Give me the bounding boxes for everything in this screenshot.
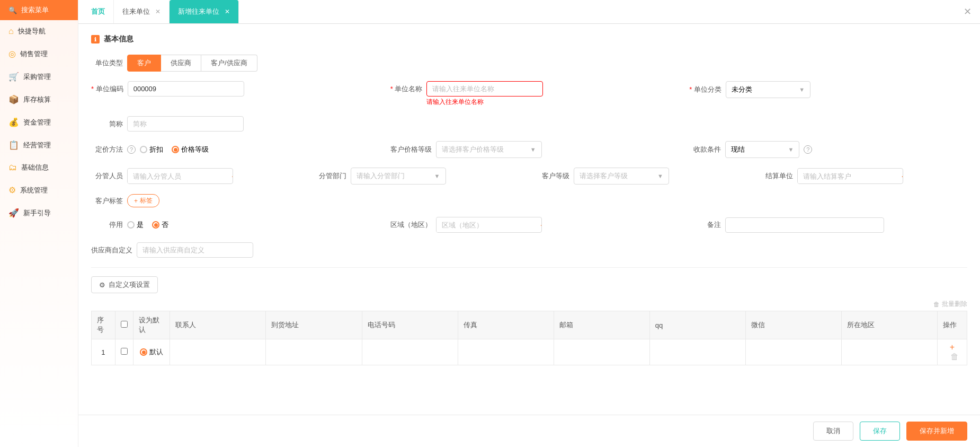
unit-name-input[interactable]: [426, 81, 543, 97]
disabled-label: 停用: [91, 220, 123, 230]
tab-new-trading-unit[interactable]: 新增往来单位 ✕: [170, 0, 239, 23]
row-fax: [458, 339, 554, 365]
sidebar-item-operations[interactable]: 📋 经营管理: [0, 134, 78, 156]
radio-discount-circle: [140, 146, 147, 153]
department-item: 分管部门 请输入分管部门 ▼: [315, 168, 521, 185]
email-input[interactable]: [559, 345, 644, 360]
unit-info-row: 单位编码 单位名称 请输入往来单位名称 单位分类 未分类 ▼: [91, 81, 967, 107]
unit-category-label: 单位分类: [689, 85, 721, 94]
unit-type-row: 单位类型 客户 供应商 客户/供应商: [91, 55, 967, 72]
sidebar-item-finance[interactable]: 💰 资金管理: [0, 111, 78, 134]
settlement-input-wrap: ···: [797, 168, 903, 184]
unit-name-error: 请输入往来单位名称: [426, 98, 484, 106]
col-qq: qq: [649, 311, 745, 339]
cancel-button[interactable]: 取消: [813, 422, 853, 441]
customer-price-level-placeholder: 请选择客户价格等级: [442, 145, 504, 154]
wechat-input[interactable]: [751, 345, 836, 360]
close-tab-new-trading-unit[interactable]: ✕: [225, 8, 230, 15]
add-tag-btn[interactable]: + 标签: [127, 194, 159, 207]
department-select[interactable]: 请输入分管部门 ▼: [351, 168, 446, 185]
save-and-add-button[interactable]: 保存并新增: [906, 422, 967, 441]
abbreviation-input[interactable]: [127, 116, 244, 132]
fax-input[interactable]: [464, 345, 548, 360]
address-input[interactable]: [271, 345, 356, 360]
bottom-bar: 取消 保存 保存并新增: [78, 415, 980, 447]
settlement-input[interactable]: [798, 169, 897, 183]
tab-home[interactable]: 首页: [83, 0, 114, 23]
close-all-tabs[interactable]: ✕: [959, 6, 976, 17]
sidebar-item-purchase[interactable]: 🛒 采购管理: [0, 65, 78, 88]
chevron-down-icon-dept: ▼: [434, 173, 440, 179]
section-icon: ℹ: [91, 35, 100, 43]
customer-level-item: 客户等级 请选择客户等级 ▼: [538, 168, 744, 185]
row-default-radio[interactable]: 默认: [139, 347, 165, 357]
system-icon: ⚙: [8, 185, 16, 195]
pricing-help-icon[interactable]: ?: [127, 145, 136, 154]
sidebar-item-label: 库存核算: [23, 95, 51, 104]
sidebar-item-label: 系统管理: [20, 186, 48, 195]
manager-input[interactable]: [128, 169, 227, 183]
region-input[interactable]: [436, 218, 536, 232]
qq-input[interactable]: [655, 345, 740, 360]
close-tab-trading-unit[interactable]: ✕: [155, 8, 161, 15]
tags-label: 客户标签: [91, 196, 123, 206]
gear-icon: ⚙: [99, 281, 105, 289]
unit-btn-supplier[interactable]: 供应商: [161, 55, 201, 72]
payment-terms-select[interactable]: 现结 ▼: [725, 141, 799, 158]
col-contact: 联系人: [170, 311, 266, 339]
row-region: [841, 339, 937, 365]
radio-no-label: 否: [162, 220, 168, 230]
payment-help-icon[interactable]: ?: [804, 145, 812, 154]
add-tag-label: 标签: [140, 196, 153, 205]
sidebar-item-quick-nav[interactable]: ⌂ 快捷导航: [0, 20, 78, 42]
sales-icon: ◎: [8, 49, 16, 59]
search-menu[interactable]: 🔍 搜索菜单: [0, 0, 78, 20]
sidebar-item-new-guide[interactable]: 🚀 新手引导: [0, 201, 78, 224]
sidebar-item-system[interactable]: ⚙ 系统管理: [0, 179, 78, 201]
unit-btn-customer[interactable]: 客户: [127, 55, 161, 72]
radio-yes[interactable]: 是: [127, 220, 144, 230]
settlement-dots-btn[interactable]: ···: [897, 169, 903, 183]
table-row: 1 默认: [92, 339, 967, 365]
radio-discount[interactable]: 折扣: [140, 145, 163, 154]
supplier-custom-item: 供应商自定义: [91, 242, 967, 258]
search-menu-label: 搜索菜单: [21, 5, 49, 15]
save-button[interactable]: 保存: [860, 422, 900, 441]
region-label: 区域（地区）: [390, 220, 432, 230]
phone-input[interactable]: [368, 345, 452, 360]
row-select-checkbox[interactable]: [121, 348, 128, 355]
radio-no[interactable]: 否: [152, 220, 168, 230]
sidebar-item-basic-info[interactable]: 🗂 基础信息: [0, 156, 78, 179]
payment-terms-value: 现结: [731, 145, 745, 154]
customer-price-level-select[interactable]: 请选择客户价格等级 ▼: [436, 141, 542, 158]
region-dots-btn[interactable]: ···: [536, 217, 542, 232]
select-all-checkbox[interactable]: [121, 321, 128, 328]
delete-row-btn[interactable]: 🗑: [950, 352, 959, 361]
sidebar-item-inventory[interactable]: 📦 库存核算: [0, 88, 78, 111]
unit-btn-both[interactable]: 客户/供应商: [201, 55, 257, 72]
batch-delete-label[interactable]: 批量删除: [942, 300, 967, 309]
tab-trading-unit[interactable]: 往来单位 ✕: [114, 0, 170, 23]
abbreviation-label: 简称: [91, 119, 123, 129]
disabled-radio-group: 是 否: [127, 220, 168, 230]
contact-input[interactable]: [175, 345, 260, 360]
chevron-down-icon-level: ▼: [657, 173, 663, 179]
customer-level-select[interactable]: 请选择客户等级 ▼: [574, 168, 669, 185]
tags-item: 客户标签 + 标签: [91, 194, 967, 207]
unit-code-input[interactable]: [128, 81, 244, 97]
sidebar-item-sales[interactable]: ◎ 销售管理: [0, 42, 78, 65]
radio-price-level[interactable]: 价格等级: [172, 145, 209, 154]
add-row-btn[interactable]: +: [950, 343, 955, 352]
manager-dots-btn[interactable]: ···: [227, 169, 233, 183]
chevron-down-icon: ▼: [799, 86, 805, 93]
col-action: 操作: [938, 311, 967, 339]
region-input-wrap: ···: [436, 217, 542, 233]
sidebar-item-label: 基础信息: [21, 163, 49, 172]
row-qq: [649, 339, 745, 365]
supplier-custom-input[interactable]: [137, 242, 253, 258]
remarks-input[interactable]: [725, 217, 884, 233]
unit-category-select[interactable]: 未分类 ▼: [726, 81, 810, 98]
customize-settings-btn[interactable]: ⚙ 自定义项设置: [91, 276, 158, 293]
region-row-input[interactable]: [847, 345, 932, 360]
col-wechat: 微信: [745, 311, 841, 339]
